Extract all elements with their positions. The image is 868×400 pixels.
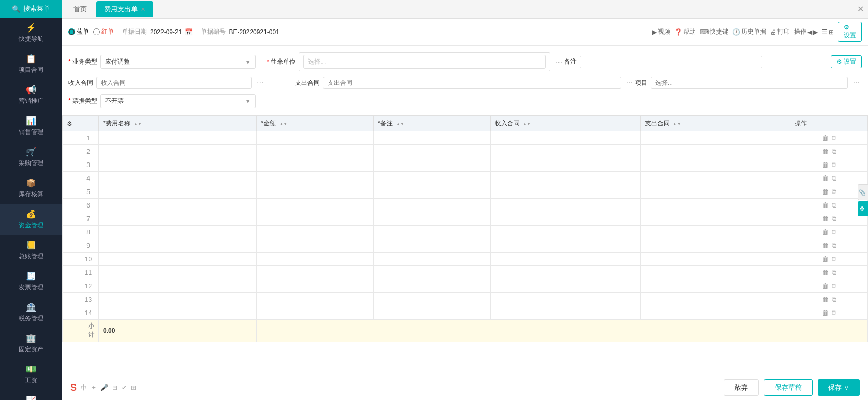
expense-name-cell[interactable] — [99, 145, 257, 158]
copy-row-icon[interactable]: ⧉ — [832, 255, 836, 263]
counterpart-more-icon[interactable]: ··· — [553, 57, 564, 67]
income-contract-cell[interactable] — [490, 266, 640, 279]
expense-contract-cell[interactable] — [640, 226, 790, 239]
expense-contract-cell[interactable] — [640, 293, 790, 306]
remark-cell[interactable] — [374, 293, 491, 306]
sidebar-item-payroll[interactable]: 💵 工资 — [0, 359, 62, 390]
sidebar-item-tax[interactable]: 🏦 税务管理 — [0, 297, 62, 328]
copy-row-icon[interactable]: ⧉ — [832, 269, 836, 277]
project-more-icon[interactable]: ··· — [851, 78, 862, 87]
copy-row-icon[interactable]: ⧉ — [832, 295, 836, 304]
copy-row-icon[interactable]: ⧉ — [832, 309, 836, 317]
sidebar-item-biz-mgmt[interactable]: 📈 经营管理 — [0, 390, 62, 400]
col-amount[interactable]: *金额 ▲▼ — [257, 116, 374, 131]
edge-clip-icon[interactable]: 📎 — [858, 184, 868, 200]
remark-cell[interactable] — [374, 226, 491, 239]
remark-cell[interactable] — [374, 131, 491, 145]
sidebar-item-purchase[interactable]: 🛒 采购管理 — [0, 142, 62, 173]
expense-contract-cell[interactable] — [640, 239, 790, 253]
income-contract-cell[interactable] — [490, 185, 640, 199]
expense-name-cell[interactable] — [99, 212, 257, 226]
remark-cell[interactable] — [374, 199, 491, 212]
income-contract-cell[interactable] — [490, 172, 640, 185]
window-close-icon[interactable]: ✕ — [857, 4, 864, 14]
income-contract-cell[interactable] — [490, 253, 640, 266]
remark-cell[interactable] — [374, 172, 491, 185]
amount-cell[interactable] — [257, 158, 374, 172]
delete-row-icon[interactable]: 🗑 — [822, 174, 829, 182]
income-contract-cell[interactable] — [490, 145, 640, 158]
amount-cell[interactable] — [257, 131, 374, 145]
print-btn[interactable]: 🖨 打印 — [770, 27, 790, 36]
expense-name-cell[interactable] — [99, 199, 257, 212]
col-expense-contract[interactable]: 支出合同 ▲▼ — [640, 116, 790, 131]
biz-type-select[interactable]: 应付调整 ▼ — [100, 55, 256, 69]
delete-row-icon[interactable]: 🗑 — [822, 147, 829, 155]
expense-contract-cell[interactable] — [640, 185, 790, 199]
sidebar-item-quick-nav[interactable]: ⚡ 快捷导航 — [0, 18, 62, 49]
ops-btn[interactable]: 操作 ◀ ▶ — [794, 27, 818, 36]
sidebar-item-fixed-assets[interactable]: 🏢 固定资产 — [0, 328, 62, 359]
calendar-icon[interactable]: 📅 — [185, 28, 193, 36]
amount-cell[interactable] — [257, 172, 374, 185]
discard-button[interactable]: 放弃 — [724, 379, 759, 396]
expense-contract-cell[interactable] — [640, 145, 790, 158]
expense-contract-cell[interactable] — [640, 158, 790, 172]
delete-row-icon[interactable]: 🗑 — [822, 282, 829, 290]
list-view-icon[interactable]: ☰ — [822, 28, 828, 36]
income-contract-cell[interactable] — [490, 199, 640, 212]
col-income-contract[interactable]: 收入合同 ▲▼ — [490, 116, 640, 131]
expense-contract-cell[interactable] — [640, 199, 790, 212]
amount-cell[interactable] — [257, 293, 374, 306]
amount-cell[interactable] — [257, 199, 374, 212]
delete-row-icon[interactable]: 🗑 — [822, 134, 829, 142]
remark-cell[interactable] — [374, 145, 491, 158]
amount-cell[interactable] — [257, 212, 374, 226]
sidebar-item-project-contract[interactable]: 📋 项目合同 — [0, 49, 62, 80]
view-video-btn[interactable]: ▶ 视频 — [652, 27, 670, 36]
expense-name-cell[interactable] — [99, 239, 257, 253]
project-input[interactable] — [651, 77, 848, 89]
copy-row-icon[interactable]: ⧉ — [832, 147, 836, 156]
delete-row-icon[interactable]: 🗑 — [822, 309, 829, 317]
expense-name-cell[interactable] — [99, 253, 257, 266]
history-btn[interactable]: 🕐 历史单据 — [732, 27, 766, 36]
expense-name-cell[interactable] — [99, 172, 257, 185]
income-contract-cell[interactable] — [490, 212, 640, 226]
amount-cell[interactable] — [257, 239, 374, 253]
tab-close-icon[interactable]: ✕ — [141, 6, 145, 13]
amount-cell[interactable] — [257, 279, 374, 293]
delete-row-icon[interactable]: 🗑 — [822, 188, 829, 196]
sidebar-item-ledger[interactable]: 📒 总账管理 — [0, 235, 62, 266]
amount-cell[interactable] — [257, 226, 374, 239]
expense-name-cell[interactable] — [99, 131, 257, 145]
remark-cell[interactable] — [374, 306, 491, 320]
delete-row-icon[interactable]: 🗑 — [822, 228, 829, 236]
sidebar-item-sales[interactable]: 📊 销售管理 — [0, 111, 62, 142]
remark-cell[interactable] — [374, 212, 491, 226]
delete-row-icon[interactable]: 🗑 — [822, 255, 829, 263]
expense-contract-cell[interactable] — [640, 306, 790, 320]
expense-name-cell[interactable] — [99, 279, 257, 293]
income-contract-cell[interactable] — [490, 279, 640, 293]
delete-row-icon[interactable]: 🗑 — [822, 295, 829, 303]
invoice-type-select[interactable]: 不开票 ▼ — [100, 94, 256, 108]
shortcut-btn[interactable]: ⌨ 快捷键 — [700, 27, 728, 36]
expense-contract-cell[interactable] — [640, 212, 790, 226]
copy-row-icon[interactable]: ⧉ — [832, 215, 836, 223]
save-button[interactable]: 保存 ∨ — [818, 379, 860, 396]
expense-contract-cell[interactable] — [640, 266, 790, 279]
remark-cell[interactable] — [374, 253, 491, 266]
delete-row-icon[interactable]: 🗑 — [822, 269, 829, 276]
expense-contract-more-icon[interactable]: ··· — [624, 78, 635, 87]
grid-view-icon[interactable]: ⊞ — [829, 28, 834, 36]
tab-expense[interactable]: 费用支出单 ✕ — [96, 1, 153, 17]
edge-green-tab[interactable]: ✤ — [858, 201, 868, 216]
form-settings-button[interactable]: ⚙ 设置 — [831, 55, 862, 68]
income-contract-cell[interactable] — [490, 306, 640, 320]
col-remark[interactable]: *备注 ▲▼ — [374, 116, 491, 131]
delete-row-icon[interactable]: 🗑 — [822, 215, 829, 223]
copy-row-icon[interactable]: ⧉ — [832, 174, 836, 183]
remark-cell[interactable] — [374, 266, 491, 279]
income-contract-input[interactable] — [96, 77, 252, 89]
